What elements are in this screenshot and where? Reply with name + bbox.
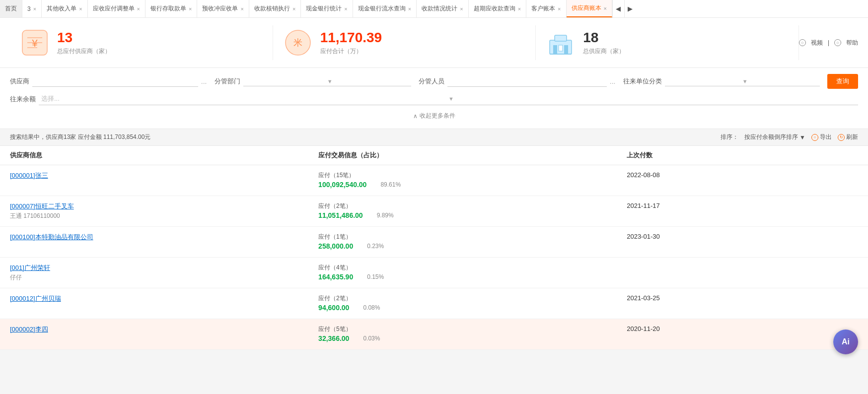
nav-tab-3[interactable]: 3 ×	[22, 0, 42, 17]
svg-text:米: 米	[293, 38, 302, 48]
table-row: [000100]本特勤油品有限公司 应付（1笔） 258,000.00 0.23…	[0, 227, 868, 258]
supplier-link[interactable]: [000002]李四	[10, 326, 48, 333]
trans-amount[interactable]: 11,051,486.00	[318, 211, 363, 219]
supplier-link[interactable]: [000007]恒旺二手叉车	[10, 202, 74, 210]
last-payment-cell: 2023-01-30	[627, 233, 858, 240]
nav-tab-overdue-ar[interactable]: 超期应收款查询 ×	[469, 0, 526, 17]
svg-rect-6	[553, 45, 557, 54]
trans-label: 应付（1笔）	[318, 233, 352, 241]
trans-label: 应付（5笔）	[318, 325, 352, 333]
supplier-cell: [000002]李四	[10, 325, 318, 334]
nav-tab-other-income[interactable]: 其他收入单 ×	[42, 0, 87, 17]
help-video-link[interactable]: 视频	[811, 39, 823, 47]
category-label: 往来单位分类	[623, 77, 662, 86]
help-circle-icon: ○	[799, 39, 806, 46]
close-icon[interactable]: ×	[518, 6, 521, 12]
nav-tab-receipt-stat[interactable]: 收款情况统计 ×	[417, 0, 468, 17]
nav-tab-ar-ap-adjust[interactable]: 应收应付调整单 ×	[88, 0, 145, 17]
payment-date: 2021-11-17	[627, 202, 660, 209]
help-links: ○ 视频 | ○ 帮助	[799, 39, 858, 47]
supplier-filter: 供应商 ...	[10, 76, 207, 87]
close-icon[interactable]: ×	[240, 6, 243, 12]
close-icon[interactable]: ×	[33, 6, 36, 12]
total-suppliers-icon	[546, 28, 576, 58]
col-header-last-payment: 上次付数	[627, 151, 858, 160]
payable-total-label: 应付合计（万）	[320, 47, 382, 56]
close-icon[interactable]: ×	[79, 6, 82, 12]
trans-percent: 0.15%	[367, 273, 384, 280]
result-bar: 搜索结果中，供应商13家 应付金额 111,703,854.00元 排序： 按应…	[0, 129, 868, 146]
nav-tab-cash-flow-query[interactable]: 现金银行流水查询 ×	[353, 0, 417, 17]
nav-arrow-left[interactable]: ◀	[612, 0, 624, 18]
nav-tab-home[interactable]: 首页	[0, 0, 22, 17]
svg-rect-8	[564, 45, 568, 54]
person-ellipsis[interactable]: ...	[610, 77, 616, 85]
last-payment-cell: 2020-11-20	[627, 325, 858, 332]
balance-filter: 往来余额 选择... ▼	[10, 93, 858, 105]
close-icon[interactable]: ×	[460, 6, 463, 12]
category-select[interactable]: ▼	[665, 77, 820, 86]
nav-tab-cash-bank-stat[interactable]: 现金银行统计 ×	[301, 0, 353, 17]
close-icon[interactable]: ×	[408, 6, 411, 12]
col-header-transaction: 应付交易信息（占比）	[318, 151, 627, 160]
close-icon[interactable]: ×	[189, 6, 192, 12]
supplier-link[interactable]: [000100]本特勤油品有限公司	[10, 233, 93, 241]
total-suppliers-value: 18	[583, 30, 625, 46]
balance-dropdown-icon: ▼	[448, 96, 856, 102]
nav-tab-bank-deposit[interactable]: 银行存取款单 ×	[145, 0, 197, 17]
query-button[interactable]: 查询	[827, 74, 858, 89]
svg-rect-7	[559, 45, 563, 51]
collapse-arrow-icon: ∧	[413, 113, 418, 120]
transaction-cell: 应付（2笔） 11,051,486.00 9.89%	[318, 202, 627, 220]
close-icon[interactable]: ×	[292, 6, 295, 12]
svg-text:¥: ¥	[31, 38, 38, 49]
balance-select[interactable]: 选择... ▼	[39, 93, 858, 105]
refresh-button[interactable]: ↻ 刷新	[838, 133, 858, 141]
close-icon[interactable]: ×	[137, 6, 140, 12]
table-row: [000007]恒旺二手叉车 王通 17106110000 应付（2笔） 11,…	[0, 196, 868, 227]
nav-tab-prepay-ar[interactable]: 预收冲应收单 ×	[197, 0, 249, 17]
trans-label: 应付（4笔）	[318, 263, 352, 272]
export-button[interactable]: ○ 导出	[811, 133, 832, 141]
sort-dropdown-icon: ▼	[799, 134, 805, 141]
help-doc-link[interactable]: 帮助	[846, 39, 858, 47]
close-icon[interactable]: ×	[558, 6, 561, 12]
supplier-sub-info: 王通 17106110000	[10, 212, 318, 220]
supplier-ellipsis[interactable]: ...	[201, 77, 207, 85]
payable-suppliers-value: 13	[57, 30, 111, 46]
collapse-filters-button[interactable]: ∧ 收起更多条件	[10, 109, 858, 123]
supplier-link[interactable]: [000012]广州贝瑞	[10, 295, 61, 302]
supplier-cell: [001]广州荣轩 仔仔	[10, 263, 318, 282]
trans-amount[interactable]: 94,600.00	[318, 304, 349, 312]
transaction-cell: 应付（15笔） 100,092,540.00 89.61%	[318, 171, 627, 190]
result-actions: 排序： 按应付余额倒序排序 ▼ ○ 导出 ↻ 刷新	[721, 133, 858, 141]
payable-total-icon: 米	[283, 28, 313, 58]
supplier-cell: [000100]本特勤油品有限公司	[10, 233, 318, 242]
close-icon[interactable]: ×	[344, 6, 347, 12]
trans-label: 应付（15笔）	[318, 171, 355, 180]
supplier-input[interactable]	[32, 76, 198, 87]
nav-arrow-right[interactable]: ▶	[624, 0, 636, 18]
close-icon[interactable]: ×	[604, 5, 607, 11]
trans-amount[interactable]: 32,366.00	[318, 334, 349, 342]
nav-tab-supplier-ledger[interactable]: 供应商账本 ×	[567, 0, 612, 17]
trans-amount[interactable]: 258,000.00	[318, 242, 353, 250]
dept-select[interactable]: ▼	[243, 77, 412, 86]
supplier-link[interactable]: [000001]张三	[10, 172, 48, 179]
nav-tab-receipt-verify[interactable]: 收款核销执行 ×	[249, 0, 301, 17]
trans-amount[interactable]: 164,635.90	[318, 273, 353, 281]
svg-rect-5	[555, 35, 567, 41]
last-payment-cell: 2022-08-08	[627, 171, 858, 179]
supplier-cell: [000012]广州贝瑞	[10, 294, 318, 303]
person-input[interactable]	[447, 76, 607, 87]
payable-suppliers-label: 总应付供应商（家）	[57, 47, 111, 56]
trans-amount[interactable]: 100,092,540.00	[318, 181, 366, 189]
ai-assistant-button[interactable]: Ai	[833, 329, 858, 350]
nav-tab-customer-ledger[interactable]: 客户账本 ×	[526, 0, 566, 17]
trans-percent: 0.23%	[367, 243, 384, 250]
sort-select[interactable]: 按应付余额倒序排序 ▼	[744, 133, 805, 141]
transaction-cell: 应付（4笔） 164,635.90 0.15%	[318, 263, 627, 282]
supplier-link[interactable]: [001]广州荣轩	[10, 264, 50, 271]
filter-section: 供应商 ... 分管部门 ▼ 分管人员 ... 往来单位分类 ▼ 查询 往来	[0, 68, 868, 129]
last-payment-cell: 2021-11-17	[627, 202, 858, 209]
